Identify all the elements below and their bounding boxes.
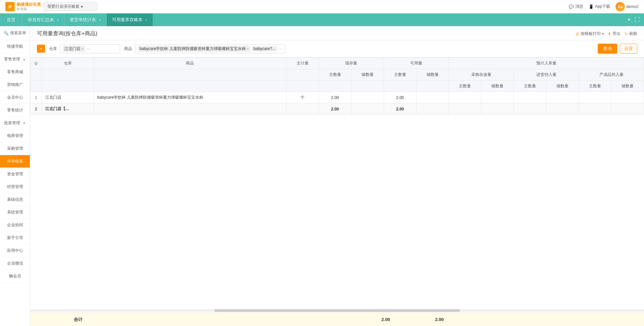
available-aux-qty-cell [416, 92, 449, 103]
app-icon: 📱 [589, 4, 594, 9]
sidebar-item-app-center[interactable]: 应用中心 [0, 244, 30, 257]
sidebar-item-enterprise-wechat[interactable]: 企业微信 [0, 257, 30, 270]
sidebar-item-retail-stats[interactable]: 零售统计 [0, 104, 30, 117]
import-aux-qty-cell [546, 92, 579, 103]
footer-available-main-qty: 2.00 [426, 317, 453, 322]
tab-close-order[interactable]: × [99, 18, 101, 22]
production-aux-qty-cell-2 [611, 103, 644, 115]
industry-select[interactable]: 母婴行业演示账套 ▾ [44, 2, 97, 11]
import-main-qty-cell-2 [514, 103, 546, 115]
available-main-qty-cell-2: 2.00 [384, 103, 416, 115]
col-production-aux-qty: 辅数量 [611, 81, 644, 92]
main-layout: 🔍 搜索菜单 快捷导航 零售管理 ▲ 零售商城 营销推广 会员中心 零售统计 批… [0, 26, 644, 326]
product-tag-2: babycare?... [252, 46, 277, 51]
search-menu-button[interactable]: 🔍 搜索菜单 [3, 29, 27, 37]
production-main-qty-cell [579, 92, 611, 103]
app-download-button[interactable]: 📱 App下载 [589, 4, 610, 9]
sidebar-item-ops[interactable]: 经营管理 [0, 181, 30, 193]
warehouse-filter-box[interactable]: 江北门店 × ··· [60, 44, 120, 53]
top-bar-right: 💬 消息 📱 App下载 Ea demo2 [569, 2, 639, 11]
sidebar-item-retail-mall[interactable]: 零售商城 [0, 66, 30, 79]
purchase-aux-qty-cell-2 [481, 103, 514, 115]
tab-close-available[interactable]: × [145, 18, 147, 22]
col-available-main-qty: 主数量 [384, 69, 416, 81]
purchase-main-qty-cell [449, 92, 481, 103]
col-expected-inbound: 预计入库量 [449, 58, 644, 69]
sidebar-item-procurement[interactable]: 采购管理 [0, 142, 30, 155]
tab-bar-controls: × ⛶ [626, 13, 644, 26]
tab-available-stock[interactable]: 可用量库存账本 × [107, 13, 153, 26]
refresh-icon: ↻ [625, 32, 628, 36]
unit-cell-2 [286, 103, 319, 115]
sidebar-item-inventory[interactable]: 库存核算 [0, 155, 30, 168]
warehouse-filter-more[interactable]: ··· [87, 46, 91, 51]
col-checkbox: ⚙ [31, 58, 42, 69]
purchase-main-qty-cell-2 [449, 103, 481, 115]
sidebar-item-retail-mgmt[interactable]: 零售管理 ▲ [0, 53, 30, 66]
sidebar-item-enterprise[interactable]: 企业协同 [0, 219, 30, 232]
tab-order-stats[interactable]: 要货单统计表 × [64, 13, 106, 26]
sidebar-item-new-guide[interactable]: 新手引导 [0, 232, 30, 244]
purchase-aux-qty-cell [481, 92, 514, 103]
filter-action-buttons: 查询 设置 [598, 44, 637, 54]
scrollbar-thumb[interactable] [214, 309, 460, 312]
product-tag-1: babycare学饮杯 儿童防摔防撞吸管杯重力球吸嘴杯宝宝水杯 × [138, 46, 251, 52]
product-filter-more[interactable]: ··· [279, 46, 283, 51]
page-title: 可用量查询(按仓库+商品) [37, 30, 97, 37]
tab-home[interactable]: 首页 [0, 13, 22, 26]
settings-button[interactable]: 设置 [620, 44, 637, 54]
sidebar-item-wholesale[interactable]: 批发管理 ▼ [0, 117, 30, 130]
sidebar-search-area: 🔍 搜索菜单 [0, 26, 30, 40]
settings-icon[interactable]: ⚙ [34, 61, 38, 66]
col-purchase-transit: 采购在途量 [449, 69, 514, 81]
warehouse-label: 仓库 [49, 46, 57, 52]
print-button[interactable]: 🖨 按模板打印 ▾ [575, 31, 604, 37]
content-area: 可用量查询(按仓库+商品) 🖨 按模板打印 ▾ ⬆ 导出 ↻ 刷新 [30, 26, 644, 326]
tab-close-receipt[interactable]: × [57, 18, 59, 22]
message-button[interactable]: 💬 消息 [569, 4, 583, 9]
current-main-qty-cell-2: 2.00 [319, 103, 351, 115]
sidebar-item-marketing[interactable]: 营销推广 [0, 79, 30, 91]
chevron-up-icon: ▲ [22, 57, 26, 61]
product-cell-2 [94, 103, 286, 115]
tab-close-all-button[interactable]: × [626, 15, 632, 24]
production-main-qty-cell-2 [579, 103, 611, 115]
message-icon: 💬 [569, 4, 574, 9]
col-import-main-qty: 主数量 [514, 81, 546, 92]
col-available-aux-qty: 辅数量 [416, 69, 449, 81]
col-main-unit: 主计量 [286, 58, 319, 69]
print-icon: 🖨 [575, 32, 579, 36]
sidebar-item-quick-nav[interactable]: 快捷导航 [0, 40, 30, 53]
sidebar-item-member[interactable]: 会员中心 [0, 91, 30, 104]
sidebar-item-sys-mgmt[interactable]: 系统管理 [0, 206, 30, 219]
warehouse-tag-close[interactable]: × [82, 47, 84, 51]
col-available: 可用量 [384, 58, 449, 69]
product-tag-1-close[interactable]: × [247, 47, 249, 51]
export-button[interactable]: ⬆ 导出 [608, 31, 621, 37]
horizontal-scrollbar[interactable] [30, 309, 644, 312]
product-cell: babycare学饮杯 儿童防摔防撞吸管杯重力球吸嘴杯宝宝水杯 [94, 92, 286, 103]
sidebar-item-basic-info[interactable]: 基础信息 [0, 193, 30, 206]
sidebar-item-finance[interactable]: 资金管理 [0, 168, 30, 181]
col-current-main-qty: 主数量 [319, 69, 351, 81]
row-num: 1 [31, 92, 42, 103]
query-button[interactable]: 查询 [598, 44, 617, 54]
col-purchase-main-qty: 主数量 [449, 81, 481, 92]
filter-expand-button[interactable]: » [37, 45, 45, 53]
footer-current-main-qty: 2.00 [372, 317, 399, 322]
col-current-stock: 现存量 [319, 58, 384, 69]
available-aux-qty-cell-2 [416, 103, 449, 115]
row-num-2: 2 [31, 103, 42, 115]
col-production-pending: 产成品待入量 [579, 69, 644, 81]
tab-fullscreen-button[interactable]: ⛶ [633, 15, 641, 24]
refresh-button[interactable]: ↻ 刷新 [625, 31, 637, 37]
product-filter-box[interactable]: babycare学饮杯 儿童防摔防撞吸管杯重力球吸嘴杯宝宝水杯 × babyca… [135, 44, 285, 53]
sidebar-item-vip[interactable]: 畅会员 [0, 270, 30, 283]
user-profile[interactable]: Ea demo2 [615, 2, 639, 11]
tab-receipt-summary[interactable]: 收发存汇总表 × [22, 13, 64, 26]
import-aux-qty-cell-2 [546, 103, 579, 115]
sidebar-item-ecommerce[interactable]: 电商管理 [0, 130, 30, 142]
avatar: Ea [615, 2, 625, 11]
chevron-down-icon: ▼ [22, 121, 26, 125]
footer-label: 合计 [70, 317, 352, 323]
